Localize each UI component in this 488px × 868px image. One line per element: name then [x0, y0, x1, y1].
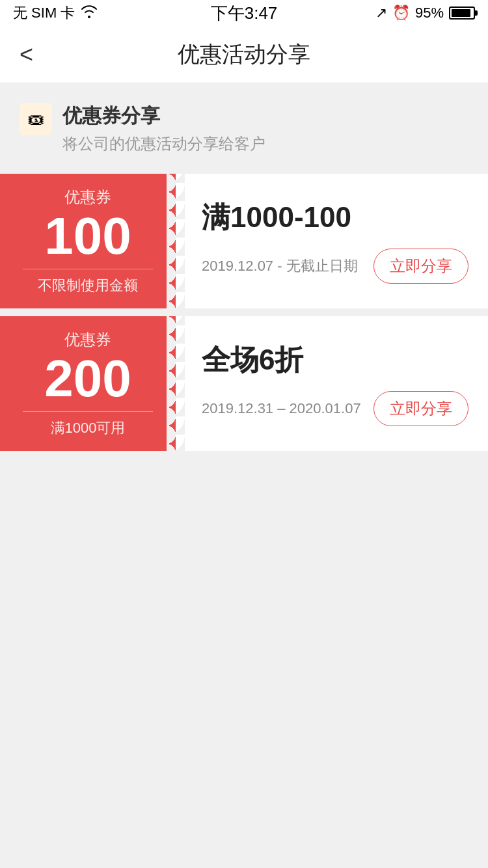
section-text: 优惠券分享 将公司的优惠活动分享给客户 — [62, 103, 265, 154]
coupon-card-1: 优惠券 100 不限制使用金额 满1000-100 2019.12.07 - 无… — [0, 174, 488, 308]
coupon-list: 优惠券 100 不限制使用金额 满1000-100 2019.12.07 - 无… — [0, 167, 488, 477]
section-header: 🎟 优惠券分享 将公司的优惠活动分享给客户 — [0, 83, 488, 167]
coupon-divider-2 — [23, 411, 153, 412]
coupon-label-2: 优惠券 — [64, 329, 111, 350]
coupon-name-2: 全场6折 — [202, 341, 468, 379]
battery-icon — [449, 7, 475, 20]
status-time: 下午3:47 — [211, 2, 278, 25]
coupon-divider-1 — [23, 269, 153, 269]
coupon-meta-2: 2019.12.31 – 2020.01.07 立即分享 — [202, 391, 468, 426]
coupon-label-1: 优惠券 — [64, 187, 111, 208]
wifi-icon — [80, 4, 98, 22]
coupon-right-2: 全场6折 2019.12.31 – 2020.01.07 立即分享 — [176, 316, 488, 451]
share-button-2[interactable]: 立即分享 — [373, 391, 468, 426]
coupon-date-2: 2019.12.31 – 2020.01.07 — [202, 400, 363, 417]
back-button[interactable]: < — [20, 41, 33, 68]
status-right: ↗ ⏰ 95% — [375, 5, 475, 21]
coupon-meta-1: 2019.12.07 - 无截止日期 立即分享 — [202, 249, 468, 284]
coupon-share-icon: 🎟 — [20, 103, 52, 135]
nav-bar: < 优惠活动分享 — [0, 26, 488, 83]
section-title: 优惠券分享 — [62, 103, 265, 129]
share-button-1[interactable]: 立即分享 — [373, 249, 468, 284]
coupon-left-1: 优惠券 100 不限制使用金额 — [0, 174, 176, 308]
coupon-condition-1: 不限制使用金额 — [38, 276, 138, 295]
empty-area — [0, 477, 488, 802]
carrier-text: 无 SIM 卡 — [13, 3, 75, 23]
location-icon: ↗ — [375, 5, 387, 21]
coupon-amount-2: 200 — [44, 353, 131, 405]
coupon-left-2: 优惠券 200 满1000可用 — [0, 316, 176, 451]
alarm-icon: ⏰ — [392, 5, 410, 21]
coupon-date-1: 2019.12.07 - 无截止日期 — [202, 256, 363, 276]
battery-text: 95% — [415, 5, 444, 21]
section-subtitle: 将公司的优惠活动分享给客户 — [62, 133, 265, 154]
status-bar: 无 SIM 卡 下午3:47 ↗ ⏰ 95% — [0, 0, 488, 26]
coupon-condition-2: 满1000可用 — [51, 418, 126, 438]
coupon-name-1: 满1000-100 — [202, 198, 468, 237]
coupon-right-1: 满1000-100 2019.12.07 - 无截止日期 立即分享 — [176, 174, 488, 308]
coupon-card-2: 优惠券 200 满1000可用 全场6折 2019.12.31 – 2020.0… — [0, 316, 488, 451]
page-title: 优惠活动分享 — [178, 40, 310, 70]
status-left: 无 SIM 卡 — [13, 3, 98, 23]
svg-text:🎟: 🎟 — [27, 109, 44, 129]
coupon-amount-1: 100 — [44, 210, 131, 262]
